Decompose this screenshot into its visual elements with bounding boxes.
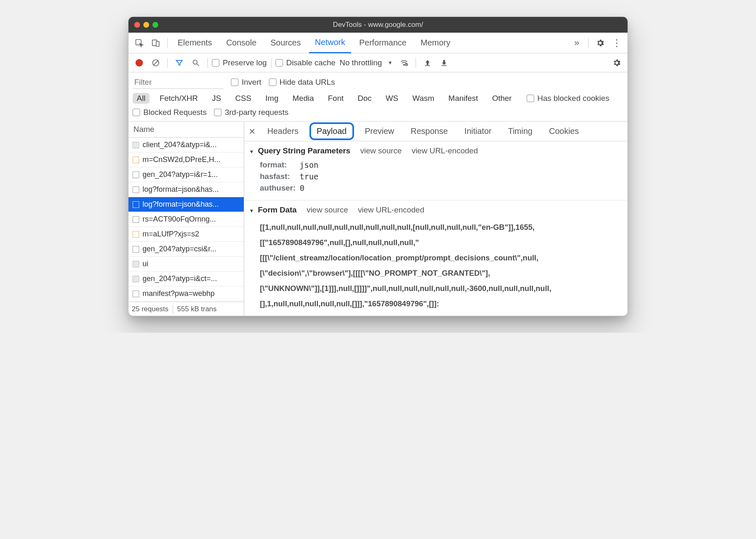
blocked-requests-toggle[interactable]: Blocked Requests (133, 108, 207, 117)
request-type-icon (133, 142, 139, 148)
detail-tabs: ✕ HeadersPayloadPreviewResponseInitiator… (244, 122, 628, 141)
hide-data-urls-toggle[interactable]: Hide data URLs (269, 78, 335, 87)
view-source-link[interactable]: view source (307, 205, 348, 215)
invert-toggle[interactable]: Invert (231, 78, 262, 87)
search-icon[interactable] (188, 55, 203, 70)
query-param-key: authuser: (260, 184, 296, 193)
type-filter-fetch-xhr[interactable]: Fetch/XHR (155, 93, 202, 104)
checkbox-icon (214, 109, 221, 116)
type-filter-css[interactable]: CSS (231, 93, 255, 104)
request-type-icon (133, 216, 139, 223)
form-data-line: [],1,null,null,null,null,null,[]]],"1657… (260, 296, 623, 311)
request-name: gen_204?atyp=csi&r... (143, 245, 216, 253)
hide-data-urls-label: Hide data URLs (280, 78, 335, 87)
view-url-encoded-link[interactable]: view URL-encoded (358, 205, 424, 215)
type-filter-other[interactable]: Other (488, 93, 516, 104)
disclosure-triangle-icon[interactable]: ▼ (249, 149, 254, 155)
filter-input[interactable] (133, 76, 223, 89)
preserve-log-label: Preserve log (223, 58, 267, 67)
filter-funnel-icon[interactable] (172, 55, 187, 70)
request-row[interactable]: rs=ACT90oFqOrnng... (128, 212, 244, 227)
type-filter-doc[interactable]: Doc (354, 93, 376, 104)
type-filter-font[interactable]: Font (324, 93, 348, 104)
inspect-element-icon[interactable] (132, 36, 147, 50)
upload-har-icon[interactable] (420, 55, 435, 70)
download-har-icon[interactable] (437, 55, 452, 70)
request-list-header[interactable]: Name (128, 122, 244, 138)
overflow-tabs-icon[interactable]: » (569, 36, 584, 50)
disclosure-triangle-icon[interactable]: ▼ (249, 208, 254, 214)
main-tab-elements[interactable]: Elements (172, 33, 218, 53)
query-param-row: authuser:0 (260, 184, 623, 193)
form-data-line: [[1,null,null,null,null,null,null,null,n… (260, 219, 623, 235)
request-type-icon (133, 231, 139, 238)
main-tab-sources[interactable]: Sources (265, 33, 307, 53)
request-name: log?format=json&has... (143, 200, 219, 209)
throttling-select[interactable]: No throttling ▼ (337, 58, 395, 67)
detail-tab-response[interactable]: Response (405, 124, 454, 138)
request-row[interactable]: gen_204?atyp=i&r=1... (128, 167, 244, 182)
main-toolbar: ElementsConsoleSourcesNetworkPerformance… (128, 33, 628, 53)
request-row[interactable]: client_204?&atyp=i&... (128, 138, 244, 153)
type-filter-manifest[interactable]: Manifest (444, 93, 482, 104)
kebab-menu-icon[interactable]: ⋮ (609, 36, 624, 50)
detail-tab-payload[interactable]: Payload (309, 122, 354, 140)
checkbox-icon (133, 109, 140, 116)
main-tab-network[interactable]: Network (309, 33, 351, 53)
detail-tab-initiator[interactable]: Initiator (459, 124, 497, 138)
device-toggle-icon[interactable] (148, 36, 163, 50)
preserve-log-toggle[interactable]: Preserve log (212, 58, 267, 67)
has-blocked-cookies-toggle[interactable]: Has blocked cookies (527, 94, 609, 103)
close-detail-icon[interactable]: ✕ (246, 126, 258, 136)
network-settings-gear-icon[interactable] (609, 55, 624, 70)
main-tab-memory[interactable]: Memory (415, 33, 456, 53)
record-button[interactable] (132, 55, 147, 70)
view-url-encoded-link[interactable]: view URL-encoded (411, 146, 478, 155)
request-row[interactable]: gen_204?atyp=csi&r... (128, 242, 244, 257)
network-toolbar: Preserve log Disable cache No throttling… (128, 53, 628, 72)
type-filter-wasm[interactable]: Wasm (408, 93, 438, 104)
blocked-requests-label: Blocked Requests (143, 108, 207, 117)
titlebar: DevTools - www.google.com/ (128, 17, 628, 33)
settings-gear-icon[interactable] (593, 36, 608, 50)
main-tab-console[interactable]: Console (220, 33, 262, 53)
type-filter-img[interactable]: Img (261, 93, 283, 104)
form-data-section: ▼ Form Data view source view URL-encoded… (244, 200, 628, 316)
window-maximize-button[interactable] (152, 22, 158, 28)
detail-tab-timing[interactable]: Timing (502, 124, 538, 138)
request-row[interactable]: log?format=json&has... (128, 182, 244, 197)
main-tab-performance[interactable]: Performance (354, 33, 413, 53)
divider (167, 58, 168, 68)
status-bar: 25 requests 555 kB trans (128, 302, 244, 316)
type-filter-js[interactable]: JS (208, 93, 225, 104)
type-filter-all[interactable]: All (133, 93, 150, 104)
request-row[interactable]: m=CnSW2d,DPreE,H... (128, 153, 244, 167)
window-close-button[interactable] (134, 22, 140, 28)
request-name: manifest?pwa=webhp (143, 289, 215, 298)
clear-icon[interactable] (148, 55, 163, 70)
request-type-icon (133, 186, 139, 193)
type-filter-media[interactable]: Media (288, 93, 318, 104)
third-party-toggle[interactable]: 3rd-party requests (214, 108, 288, 117)
request-row[interactable]: gen_204?atyp=i&ct=... (128, 272, 244, 286)
detail-tab-preview[interactable]: Preview (359, 124, 400, 138)
svg-point-5 (193, 60, 197, 64)
chevron-down-icon: ▼ (388, 60, 392, 66)
network-conditions-icon[interactable] (397, 55, 411, 70)
divider (416, 58, 416, 68)
detail-tab-cookies[interactable]: Cookies (543, 124, 585, 138)
view-source-link[interactable]: view source (360, 146, 402, 155)
request-row[interactable]: log?format=json&has... (128, 197, 244, 212)
type-filter-ws[interactable]: WS (382, 93, 403, 104)
request-row[interactable]: m=aLUfP?xjs=s2 (128, 227, 244, 242)
request-row[interactable]: manifest?pwa=webhp (128, 286, 244, 301)
disable-cache-toggle[interactable]: Disable cache (276, 58, 335, 67)
checkbox-icon (231, 79, 238, 86)
request-name: m=aLUfP?xjs=s2 (143, 230, 199, 238)
status-transfer: 555 kB trans (177, 305, 216, 313)
request-row[interactable]: ui (128, 257, 244, 272)
window-minimize-button[interactable] (143, 22, 149, 28)
request-name: gen_204?atyp=i&ct=... (143, 274, 217, 283)
detail-tab-headers[interactable]: Headers (262, 124, 304, 138)
detail-panel: ✕ HeadersPayloadPreviewResponseInitiator… (244, 122, 628, 316)
